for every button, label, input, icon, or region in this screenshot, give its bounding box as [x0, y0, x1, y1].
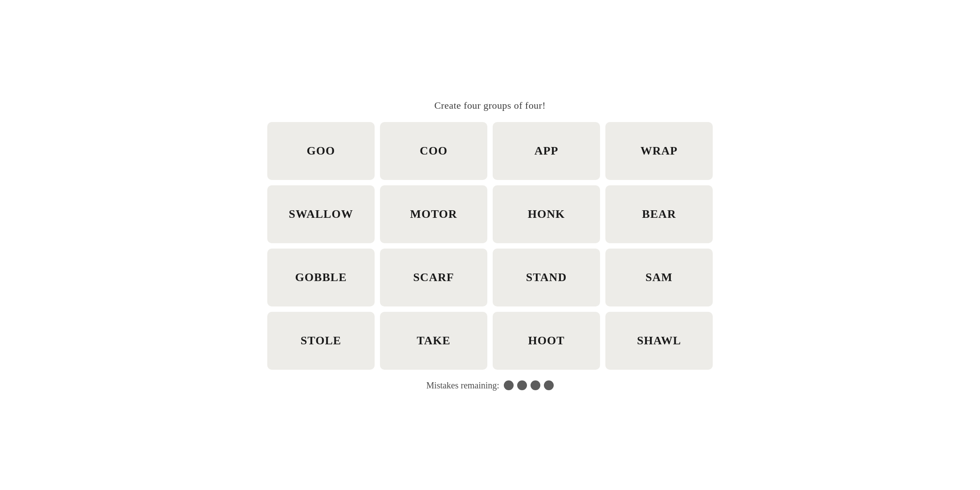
tile-label-wrap: WRAP [641, 144, 678, 158]
tile-coo[interactable]: COO [380, 122, 487, 180]
word-grid: GOOCOOAPPWRAPSWALLOWMOTORHONKBEARGOBBLES… [267, 122, 713, 370]
tile-wrap[interactable]: WRAP [605, 122, 713, 180]
tile-label-motor: MOTOR [410, 208, 457, 221]
tile-label-stand: STAND [526, 271, 567, 284]
tile-label-honk: HONK [528, 208, 565, 221]
tile-scarf[interactable]: SCARF [380, 249, 487, 306]
tile-bear[interactable]: BEAR [605, 185, 713, 243]
tile-goo[interactable]: GOO [267, 122, 375, 180]
mistake-dot-4 [544, 380, 554, 390]
mistake-dot-3 [531, 380, 540, 390]
tile-label-stole: STOLE [301, 334, 341, 347]
tile-hoot[interactable]: HOOT [493, 312, 600, 370]
tile-label-hoot: HOOT [528, 334, 564, 347]
mistake-dot-1 [504, 380, 514, 390]
tile-label-goo: GOO [307, 144, 335, 158]
tile-honk[interactable]: HONK [493, 185, 600, 243]
tile-gobble[interactable]: GOBBLE [267, 249, 375, 306]
tile-label-sam: SAM [645, 271, 673, 284]
tile-swallow[interactable]: SWALLOW [267, 185, 375, 243]
tile-label-scarf: SCARF [413, 271, 454, 284]
game-container: Create four groups of four! GOOCOOAPPWRA… [267, 100, 713, 391]
tile-sam[interactable]: SAM [605, 249, 713, 306]
tile-label-bear: BEAR [642, 208, 676, 221]
tile-label-shawl: SHAWL [637, 334, 681, 347]
mistakes-row: Mistakes remaining: [426, 380, 554, 391]
tile-shawl[interactable]: SHAWL [605, 312, 713, 370]
tile-label-coo: COO [420, 144, 447, 158]
tile-take[interactable]: TAKE [380, 312, 487, 370]
tile-label-app: APP [535, 144, 559, 158]
mistake-dot-2 [517, 380, 527, 390]
tile-label-swallow: SWALLOW [289, 208, 353, 221]
game-subtitle: Create four groups of four! [434, 100, 546, 111]
tile-motor[interactable]: MOTOR [380, 185, 487, 243]
mistakes-label: Mistakes remaining: [426, 380, 499, 391]
tile-stole[interactable]: STOLE [267, 312, 375, 370]
mistakes-dots [504, 380, 554, 390]
tile-label-gobble: GOBBLE [295, 271, 347, 284]
tile-app[interactable]: APP [493, 122, 600, 180]
tile-stand[interactable]: STAND [493, 249, 600, 306]
tile-label-take: TAKE [417, 334, 451, 347]
